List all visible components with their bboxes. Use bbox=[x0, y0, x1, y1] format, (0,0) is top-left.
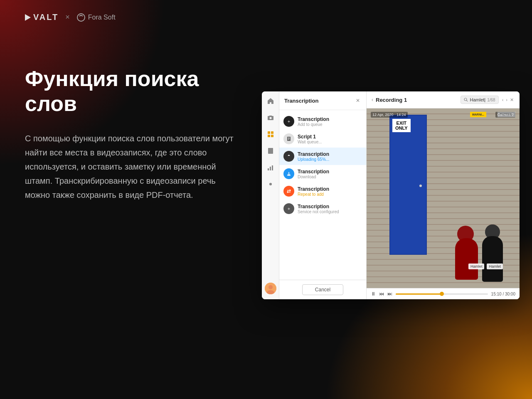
cancel-button[interactable]: Cancel bbox=[302, 284, 343, 295]
trans-status-5: Repeat to add bbox=[298, 192, 329, 197]
nav-arrows: ‹ › ✕ bbox=[501, 96, 515, 103]
search-count: 1/68 bbox=[487, 98, 495, 102]
transcription-list: + Transcription Add to queue Script 1 Wa… bbox=[279, 110, 366, 280]
trans-item-info-5: Transcription Repeat to add bbox=[298, 186, 329, 197]
nav-chart-icon[interactable] bbox=[266, 163, 275, 172]
nav-save-icon[interactable] bbox=[266, 146, 275, 155]
trans-item-info-3: Transcription Uploading 65%... bbox=[298, 151, 329, 162]
person-1 bbox=[455, 226, 478, 280]
app-screenshot: Transcription ✕ + Transcription Add to q… bbox=[262, 91, 520, 299]
trans-name-2: Script 1 bbox=[298, 134, 322, 140]
search-icon bbox=[464, 98, 468, 102]
add-icon: + bbox=[283, 116, 294, 127]
video-controls: ⏸ ⏮ ⏭ 15:10 / 30:00 bbox=[367, 288, 520, 299]
transcription-item-1[interactable]: + Transcription Add to queue bbox=[279, 113, 366, 130]
progress-dot bbox=[440, 292, 444, 296]
trans-status-6: Service not configured bbox=[298, 209, 339, 214]
trans-name-6: Transcription bbox=[298, 204, 339, 209]
search-value: Hamlet| bbox=[470, 97, 485, 102]
script-icon bbox=[283, 133, 294, 144]
recording-header: ‹ Recording 1 Hamlet| 1/68 ‹ › ✕ bbox=[367, 91, 520, 108]
svg-point-17 bbox=[464, 98, 467, 101]
close-search-button[interactable]: ✕ bbox=[509, 96, 515, 103]
trans-name-3: Transcription bbox=[298, 151, 329, 157]
svg-point-0 bbox=[77, 14, 85, 21]
pause-button[interactable]: ⏸ bbox=[371, 291, 376, 297]
recording-nav: ‹ Recording 1 bbox=[372, 97, 407, 103]
video-timestamp: 12 Apr, 2020 · 14:24 bbox=[371, 112, 408, 118]
svg-rect-5 bbox=[268, 135, 270, 137]
prev-frame-button[interactable]: ⏮ bbox=[379, 291, 384, 297]
next-frame-button[interactable]: ⏭ bbox=[387, 291, 392, 297]
exit-text: EXIT bbox=[395, 121, 408, 126]
door-handle bbox=[419, 185, 422, 187]
nav-strip bbox=[262, 91, 279, 299]
next-result-button[interactable]: › bbox=[505, 96, 508, 103]
header: VALT × Fora Soft bbox=[25, 12, 116, 22]
camera-label: Camera 2 bbox=[495, 112, 515, 118]
download-icon bbox=[283, 168, 294, 179]
hamlet-tags: Hamlet Hamlet bbox=[468, 264, 503, 269]
time-current: 15:10 bbox=[491, 292, 502, 296]
nav-grid-icon[interactable] bbox=[266, 130, 275, 139]
transcription-item-3[interactable]: Transcription Uploading 65%... bbox=[279, 148, 366, 165]
panel-header: Transcription ✕ bbox=[279, 91, 366, 110]
svg-rect-11 bbox=[270, 167, 271, 170]
search-box[interactable]: Hamlet| 1/68 bbox=[461, 96, 498, 104]
fora-soft-logo: Fora Soft bbox=[76, 13, 116, 22]
nav-settings-icon[interactable] bbox=[266, 180, 275, 189]
exit-sign: EXIT ONLY bbox=[392, 119, 411, 132]
video-area: WARNI... THORNI... EXIT ONLY bbox=[367, 108, 520, 288]
svg-rect-9 bbox=[268, 151, 273, 153]
transcription-item-5[interactable]: Transcription Repeat to add bbox=[279, 182, 366, 200]
only-text: ONLY bbox=[395, 126, 408, 131]
fora-soft-icon bbox=[76, 13, 86, 22]
trans-status-1: Add to queue bbox=[298, 122, 329, 127]
trans-status-3: Uploading 65%... bbox=[298, 157, 329, 162]
svg-rect-6 bbox=[271, 135, 273, 137]
transcription-item-6[interactable]: + Transcription Service not configured bbox=[279, 200, 366, 217]
fora-soft-label: Fora Soft bbox=[88, 14, 116, 21]
transcription-item-4[interactable]: Transcription Download bbox=[279, 165, 366, 182]
recording-title: Recording 1 bbox=[376, 97, 407, 103]
nav-camera-icon[interactable] bbox=[266, 113, 275, 122]
time-total: 30:00 bbox=[505, 292, 515, 296]
svg-line-18 bbox=[467, 101, 468, 102]
nav-home-icon[interactable] bbox=[266, 96, 275, 106]
close-panel-button[interactable]: ✕ bbox=[355, 97, 361, 104]
avatar-icon bbox=[265, 283, 276, 294]
svg-point-2 bbox=[269, 117, 271, 119]
trans-item-info-4: Transcription Download bbox=[298, 169, 329, 179]
user-avatar[interactable] bbox=[265, 283, 276, 294]
trans-status-4: Download bbox=[298, 175, 329, 179]
trans-item-info-6: Transcription Service not configured bbox=[298, 204, 339, 214]
svg-rect-8 bbox=[269, 148, 272, 150]
svg-rect-3 bbox=[268, 131, 270, 134]
recording-controls: Hamlet| 1/68 ‹ › ✕ bbox=[461, 96, 515, 104]
cancel-area: Cancel bbox=[279, 280, 366, 299]
svg-point-15 bbox=[268, 285, 273, 289]
header-separator: × bbox=[65, 13, 70, 22]
svg-rect-12 bbox=[272, 165, 273, 170]
trans-status-2: Wait queue... bbox=[298, 140, 322, 144]
back-button[interactable]: ‹ bbox=[372, 97, 373, 103]
page-title: Функция поиска слов bbox=[25, 66, 241, 116]
panel-title: Transcription bbox=[284, 98, 318, 104]
disabled-icon: + bbox=[283, 203, 294, 214]
recording-panel: ‹ Recording 1 Hamlet| 1/68 ‹ › ✕ bbox=[367, 91, 520, 299]
repeat-icon bbox=[283, 186, 294, 197]
transcription-item-2[interactable]: Script 1 Wait queue... bbox=[279, 130, 366, 148]
progress-bar[interactable] bbox=[396, 293, 488, 295]
svg-rect-4 bbox=[271, 131, 273, 134]
person-2 bbox=[482, 224, 503, 282]
hamlet-tag-1: Hamlet bbox=[468, 264, 485, 269]
trans-item-info-1: Transcription Add to queue bbox=[298, 116, 329, 127]
trans-item-info-2: Script 1 Wait queue... bbox=[298, 134, 322, 144]
hamlet-tag-2: Hamlet bbox=[487, 264, 503, 269]
prev-result-button[interactable]: ‹ bbox=[501, 96, 505, 103]
transcription-panel: Transcription ✕ + Transcription Add to q… bbox=[279, 91, 367, 299]
main-content: Функция поиска слов С помощью функции по… bbox=[25, 66, 241, 202]
video-scene: WARNI... THORNI... EXIT ONLY bbox=[367, 108, 520, 288]
trans-name-4: Transcription bbox=[298, 169, 329, 175]
valt-label: VALT bbox=[33, 12, 59, 22]
